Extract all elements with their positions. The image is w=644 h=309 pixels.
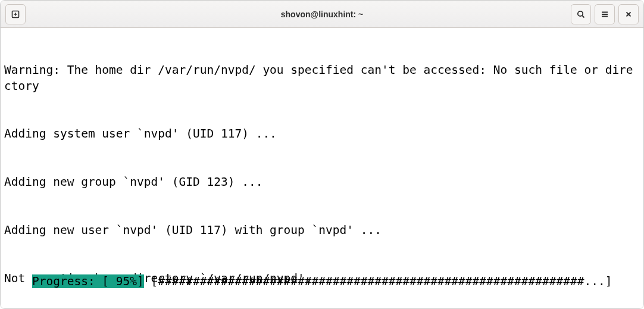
- svg-point-3: [578, 11, 583, 15]
- terminal-line: Adding new group `nvpd' (GID 123) ...: [4, 174, 640, 191]
- titlebar-left: [5, 4, 26, 24]
- terminal-output[interactable]: Warning: The home dir /var/run/nvpd/ you…: [1, 28, 643, 309]
- new-tab-button[interactable]: [5, 4, 26, 24]
- window-title: shovon@linuxhint: ~: [281, 10, 363, 19]
- window-titlebar: shovon@linuxhint: ~: [1, 1, 643, 28]
- svg-line-4: [582, 15, 584, 17]
- titlebar-right: [571, 4, 639, 24]
- progress-bar: [#######################################…: [144, 274, 619, 288]
- search-button[interactable]: [571, 4, 591, 24]
- terminal-line: Adding new user `nvpd' (UID 117) with gr…: [4, 223, 640, 239]
- apt-progress-line: Progress: [ 95%] [######################…: [4, 258, 640, 306]
- menu-button[interactable]: [595, 4, 615, 24]
- progress-percent: Progress: [ 95%]: [32, 274, 144, 288]
- terminal-line: Warning: The home dir /var/run/nvpd/ you…: [4, 63, 640, 95]
- terminal-line: Adding system user `nvpd' (UID 117) ...: [4, 126, 640, 142]
- close-button[interactable]: [618, 4, 639, 24]
